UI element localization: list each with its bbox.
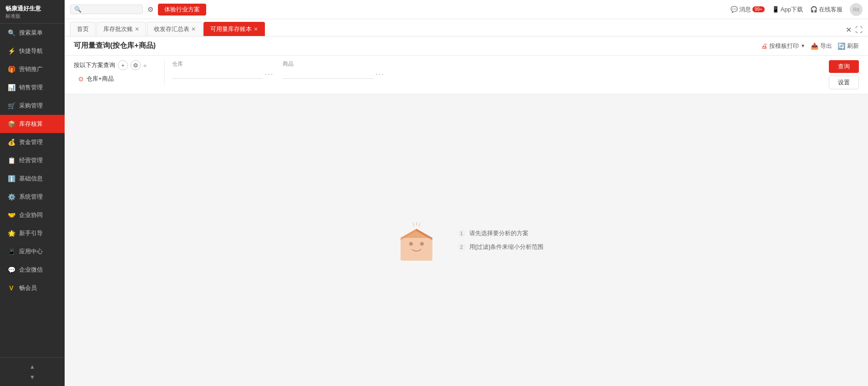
tip-text-1: 请先选择要分析的方案 [469, 229, 528, 237]
sidebar-item-basic-info[interactable]: ℹ️ 基础信息 [0, 170, 65, 188]
tab-summary-label: 收发存汇总表 [154, 25, 189, 33]
user-name: Rit [853, 7, 859, 12]
sidebar-item-purchase[interactable]: 🛒 采购管理 [0, 97, 65, 115]
inventory-icon: 📦 [7, 120, 15, 128]
page-header: 可用量查询(按仓库+商品) 🖨 按模板打印 ▼ 📤 导出 🔄 刷新 [65, 36, 868, 56]
user-avatar[interactable]: Rit [850, 3, 863, 16]
sidebar-item-label: 搜索菜单 [19, 29, 43, 37]
online-service-button[interactable]: 🎧 在线客服 [810, 5, 843, 14]
add-scheme-button[interactable]: + [118, 60, 128, 70]
search-icon: 🔍 [74, 6, 81, 13]
goods-input-row: ··· [283, 70, 384, 79]
tab-home[interactable]: 首页 [70, 22, 96, 36]
export-button[interactable]: 📤 导出 [811, 42, 832, 50]
message-badge: 99+ [752, 6, 765, 12]
app-center-icon: 📱 [7, 247, 15, 256]
tab-batch-close-icon[interactable]: ✕ [135, 26, 139, 32]
sidebar-item-label: 资金管理 [19, 138, 43, 146]
close-all-tabs-icon[interactable]: ✕ [846, 26, 852, 34]
scroll-up-btn[interactable]: ▲ [0, 361, 65, 372]
sidebar-item-quick-nav[interactable]: ⚡ 快捷导航 [0, 42, 65, 60]
purchase-icon: 🛒 [7, 102, 15, 110]
tab-batch-account[interactable]: 库存批次账 ✕ [96, 22, 146, 36]
vip-icon: V [7, 284, 15, 292]
goods-more-icon[interactable]: ··· [376, 70, 384, 78]
warehouse-label: 仓库 [172, 60, 274, 68]
print-button[interactable]: 🖨 按模板打印 ▼ [761, 42, 805, 50]
goods-input[interactable] [283, 70, 374, 79]
sidebar-item-guide[interactable]: 🌟 新手引导 [0, 224, 65, 242]
collapse-filter-icon[interactable]: « [143, 62, 147, 69]
query-button[interactable]: 查询 [829, 60, 859, 73]
topbar-search-box[interactable]: 🔍 [70, 5, 143, 14]
tab-summary-close-icon[interactable]: ✕ [191, 26, 196, 32]
export-icon: 📤 [811, 42, 818, 50]
quick-nav-icon: ⚡ [7, 47, 15, 55]
svg-line-6 [413, 223, 414, 226]
search-input[interactable] [83, 6, 138, 13]
enterprise-icon: 🤝 [7, 211, 15, 219]
search-icon: 🔍 [7, 29, 15, 37]
tabs-actions: ✕ ⛶ [846, 26, 863, 36]
tab-summary[interactable]: 收发存汇总表 ✕ [147, 22, 203, 36]
page-content: 可用量查询(按仓库+商品) 🖨 按模板打印 ▼ 📤 导出 🔄 刷新 [65, 36, 868, 386]
sidebar-item-label: 采购管理 [19, 102, 43, 110]
sidebar-item-app-center[interactable]: 📱 应用中心 [0, 242, 65, 261]
warehouse-field: 仓库 ··· [172, 60, 274, 79]
warehouse-more-icon[interactable]: ··· [265, 70, 274, 78]
export-label: 导出 [820, 42, 832, 50]
scroll-down-btn[interactable]: ▼ [0, 372, 65, 382]
basic-info-icon: ℹ️ [7, 175, 15, 183]
filter-actions: 查询 设置 [829, 60, 859, 89]
sidebar-item-label: 销售管理 [19, 83, 43, 92]
sidebar-item-wecom[interactable]: 💬 企业微信 [0, 261, 65, 279]
sidebar-item-label: 畅会员 [19, 284, 37, 292]
system-icon: ⚙️ [7, 193, 15, 201]
tab-available-label: 可用量库存账本 [210, 25, 252, 33]
filter-scheme-panel: 按以下方案查询 + ⚙ « ⊙ 仓库+商品 [74, 60, 165, 85]
app-logo: 畅康通好生意 标准版 [0, 0, 65, 24]
tab-available-stock[interactable]: 可用量库存账本 ✕ [203, 22, 265, 36]
message-icon: 💬 [731, 6, 738, 13]
filter-scheme-item[interactable]: ⊙ 仓库+商品 [74, 73, 157, 85]
app-download-button[interactable]: 📱 App下载 [772, 5, 803, 14]
marketing-icon: 🎁 [7, 65, 15, 73]
scheme-settings-button[interactable]: ⚙ [131, 60, 141, 70]
wecom-icon: 💬 [7, 266, 15, 274]
sidebar-item-system[interactable]: ⚙️ 系统管理 [0, 188, 65, 206]
message-button[interactable]: 💬 消息 99+ [731, 5, 765, 14]
sidebar-item-enterprise[interactable]: 🤝 企业协同 [0, 206, 65, 224]
settings-button[interactable]: 设置 [829, 76, 859, 89]
sidebar-item-inventory[interactable]: 📦 库存核算 [0, 115, 65, 133]
guide-icon: 🌟 [7, 229, 15, 237]
app-download-label: App下载 [781, 5, 803, 14]
sidebar-item-sales[interactable]: 📊 销售管理 [0, 78, 65, 97]
sidebar-item-vip[interactable]: V 畅会员 [0, 279, 65, 297]
settings-icon[interactable]: ⚙ [147, 5, 153, 14]
online-service-label: 在线客服 [819, 5, 843, 14]
filter-add-btns: + ⚙ « [118, 60, 147, 70]
tab-available-close-icon[interactable]: ✕ [254, 26, 258, 32]
print-dropdown-icon[interactable]: ▼ [801, 43, 805, 48]
tip-item-1: 1 请先选择要分析的方案 [457, 229, 543, 237]
app-version: 标准版 [5, 13, 59, 20]
sidebar-item-label: 新手引导 [19, 229, 43, 237]
sidebar-item-finance[interactable]: 💰 资金管理 [0, 133, 65, 151]
warehouse-input[interactable] [172, 70, 263, 79]
sidebar-item-label: 经营管理 [19, 156, 43, 165]
sidebar-item-marketing[interactable]: 🎁 营销推广 [0, 60, 65, 78]
sidebar-item-search[interactable]: 🔍 搜索菜单 [0, 24, 65, 42]
trial-button[interactable]: 体验行业方案 [158, 4, 206, 15]
refresh-icon: 🔄 [838, 42, 845, 50]
topbar: 🔍 ⚙ 体验行业方案 💬 消息 99+ 📱 App下载 🎧 在线客服 Rit [65, 0, 868, 19]
warehouse-input-row: ··· [172, 70, 274, 79]
expand-tabs-icon[interactable]: ⛶ [855, 26, 863, 34]
tip-num-1: 1 [457, 229, 466, 237]
sidebar-item-operations[interactable]: 📋 经营管理 [0, 151, 65, 170]
main-area: 🔍 ⚙ 体验行业方案 💬 消息 99+ 📱 App下载 🎧 在线客服 Rit [65, 0, 868, 386]
refresh-button[interactable]: 🔄 刷新 [838, 42, 859, 50]
print-label: 按模板打印 [769, 42, 799, 50]
filter-bar: 按以下方案查询 + ⚙ « ⊙ 仓库+商品 仓库 [65, 56, 868, 94]
tip-item-2: 2 用[过滤]条件来缩小分析范围 [457, 243, 543, 251]
message-label: 消息 [739, 5, 751, 14]
